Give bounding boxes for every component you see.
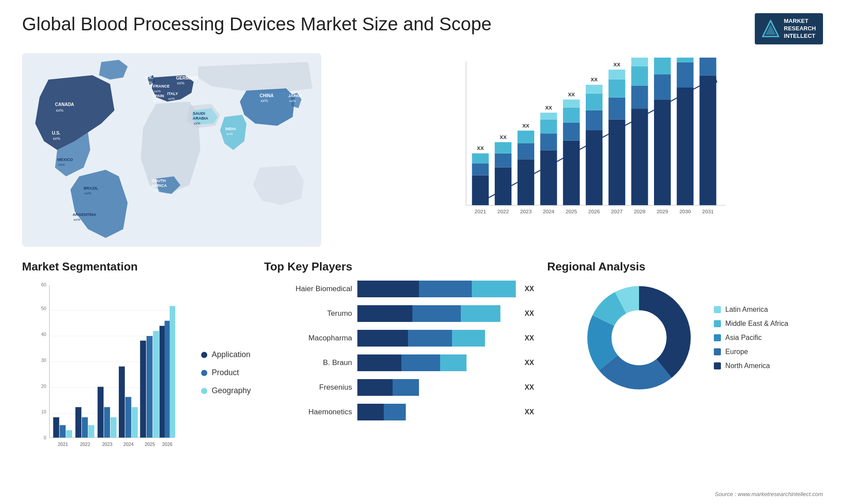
player-row-haier: Haier Biomedical XX [264, 281, 534, 297]
svg-text:0: 0 [44, 435, 46, 440]
legend-north-america: North America [714, 362, 788, 370]
svg-rect-74 [609, 80, 625, 98]
svg-text:JAPAN: JAPAN [288, 94, 301, 98]
player-label-macopharma: XX [525, 334, 534, 342]
svg-rect-63 [563, 99, 580, 107]
legend-dot-product [201, 370, 207, 376]
svg-text:XX: XX [568, 91, 575, 97]
svg-rect-84 [654, 99, 671, 205]
svg-rect-95 [699, 58, 716, 76]
svg-text:xx%: xx% [289, 99, 296, 103]
svg-text:2022: 2022 [497, 208, 509, 214]
svg-text:ARGENTINA: ARGENTINA [73, 212, 96, 217]
map-section: CANADA xx% U.S. xx% MEXICO xx% BRAZIL xx… [22, 53, 321, 247]
svg-rect-125 [125, 397, 132, 437]
svg-rect-121 [104, 407, 110, 437]
svg-rect-72 [609, 119, 625, 205]
svg-text:30: 30 [41, 357, 46, 362]
segmentation-chart: 0 10 20 30 40 50 60 [22, 281, 188, 465]
svg-point-141 [612, 310, 666, 365]
svg-rect-46 [495, 142, 511, 153]
svg-rect-45 [495, 153, 511, 167]
svg-rect-122 [110, 417, 117, 437]
segmentation-title: Market Segmentation [22, 260, 251, 274]
legend-middle-east: Middle East & Africa [714, 320, 788, 328]
logo-container: MARKET RESEARCH INTELLECT [755, 13, 823, 44]
legend-middle-east-label: Middle East & Africa [725, 320, 788, 328]
svg-text:xx%: xx% [261, 99, 268, 103]
svg-rect-73 [609, 97, 625, 119]
svg-text:xx%: xx% [168, 97, 175, 101]
legend-dot-geography [201, 388, 207, 394]
svg-text:40: 40 [41, 332, 46, 337]
svg-text:AFRICA: AFRICA [152, 183, 167, 188]
svg-rect-69 [586, 84, 603, 93]
legend-asia-pacific-label: Asia Pacific [725, 334, 762, 342]
svg-text:MEXICO: MEXICO [57, 157, 73, 162]
segmentation-legend: Application Product Geography [197, 281, 251, 465]
svg-text:BRAZIL: BRAZIL [84, 186, 98, 190]
svg-rect-114 [66, 430, 72, 438]
svg-rect-50 [518, 143, 534, 159]
svg-text:xx%: xx% [56, 108, 63, 113]
svg-text:FRANCE: FRANCE [153, 84, 170, 88]
svg-rect-113 [60, 425, 66, 437]
svg-text:SPAIN: SPAIN [152, 94, 164, 98]
market-segmentation: Market Segmentation 0 10 20 30 40 [22, 260, 251, 497]
svg-text:2029: 2029 [657, 208, 668, 214]
svg-text:xx%: xx% [53, 136, 60, 141]
page-title: Global Blood Processing Devices Market S… [22, 13, 492, 35]
key-players-title: Top Key Players [264, 260, 534, 274]
player-row-haemonetics: Haemonetics XX [264, 404, 534, 420]
svg-text:ITALY: ITALY [167, 91, 178, 96]
svg-rect-57 [540, 113, 557, 119]
donut-container: Latin America Middle East & Africa Asia … [547, 281, 823, 395]
svg-text:2030: 2030 [680, 208, 691, 214]
legend-geography: Geography [201, 386, 251, 395]
player-name-haemonetics: Haemonetics [264, 408, 352, 416]
svg-text:XX: XX [477, 145, 484, 151]
legend-europe: Europe [714, 348, 788, 356]
header: Global Blood Processing Devices Market S… [22, 13, 823, 44]
svg-text:2028: 2028 [634, 208, 646, 214]
player-label-bbraun: XX [525, 359, 534, 367]
svg-rect-54 [540, 150, 557, 205]
svg-rect-120 [98, 387, 104, 438]
svg-rect-129 [147, 336, 153, 438]
svg-text:CHINA: CHINA [260, 93, 274, 98]
svg-rect-124 [119, 366, 125, 438]
svg-rect-89 [677, 88, 694, 205]
svg-rect-126 [132, 407, 138, 437]
svg-text:xx%: xx% [58, 163, 65, 167]
svg-rect-81 [631, 58, 648, 66]
player-row-fresenius: Fresenius XX [264, 379, 534, 396]
svg-rect-79 [631, 85, 648, 109]
svg-text:xx%: xx% [153, 99, 160, 102]
logo-icon [762, 20, 779, 37]
svg-text:XX: XX [522, 122, 529, 128]
svg-rect-68 [586, 93, 603, 110]
player-row-bbraun: B. Braun XX [264, 354, 534, 371]
svg-rect-62 [563, 107, 580, 122]
svg-text:xx%: xx% [226, 132, 233, 136]
donut-legend: Latin America Middle East & Africa Asia … [714, 306, 788, 370]
svg-text:2024: 2024 [543, 208, 555, 214]
svg-text:2022: 2022 [80, 442, 91, 447]
legend-label-application: Application [212, 350, 250, 359]
svg-text:INDIA: INDIA [225, 127, 236, 131]
svg-rect-51 [518, 131, 534, 143]
svg-text:2021: 2021 [474, 208, 486, 214]
legend-dot-application [201, 352, 207, 358]
svg-text:CANADA: CANADA [55, 102, 74, 107]
svg-rect-130 [153, 331, 159, 438]
svg-rect-49 [518, 159, 534, 205]
regional-analysis-section: Regional Analysis [547, 260, 823, 497]
svg-text:60: 60 [41, 281, 46, 287]
svg-rect-39 [472, 175, 489, 205]
svg-rect-56 [540, 119, 557, 133]
svg-text:XX: XX [500, 134, 507, 140]
content-bottom: Market Segmentation 0 10 20 30 40 [22, 260, 823, 497]
player-bar-terumo [357, 305, 516, 322]
regional-title: Regional Analysis [547, 260, 823, 274]
player-bar-bbraun [357, 354, 516, 371]
